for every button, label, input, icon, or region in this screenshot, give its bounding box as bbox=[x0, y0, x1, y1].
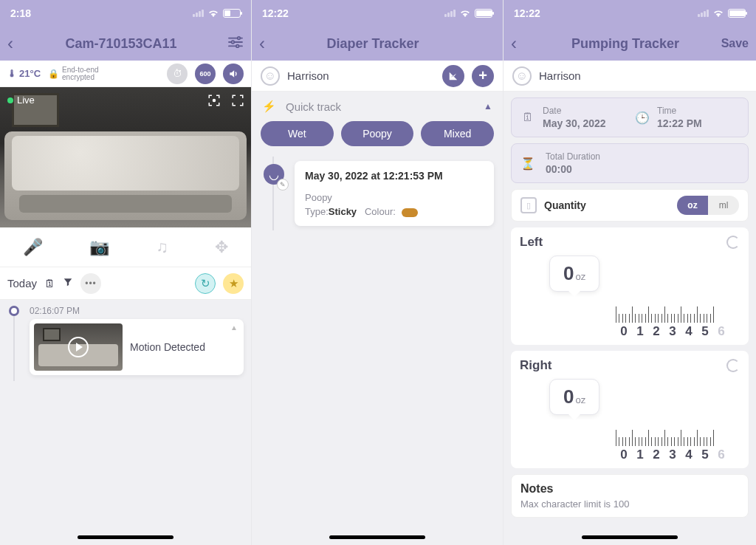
alert-icon[interactable]: ⏱ bbox=[167, 64, 188, 84]
svg-point-4 bbox=[232, 41, 235, 44]
child-name: Harrison bbox=[539, 69, 581, 82]
ruler-numbers: 0123456 bbox=[616, 448, 740, 462]
status-bar: 12:22 bbox=[252, 0, 503, 27]
bolt-icon: ⚡ bbox=[262, 100, 277, 113]
signal-icon bbox=[193, 10, 204, 17]
status-time: 12:22 bbox=[514, 7, 540, 19]
reset-right-button[interactable] bbox=[726, 359, 740, 372]
today-label: Today bbox=[7, 277, 37, 289]
event-label: Motion Detected bbox=[130, 341, 239, 353]
battery-icon bbox=[475, 9, 492, 18]
refresh-badge[interactable]: ↻ bbox=[195, 273, 216, 294]
signal-icon bbox=[444, 10, 456, 17]
speaker-button[interactable] bbox=[223, 64, 244, 84]
quantity-card: ▯ Quantity oz ml bbox=[511, 189, 749, 222]
stats-button[interactable] bbox=[442, 65, 464, 87]
home-indicator[interactable] bbox=[582, 535, 678, 539]
event-card[interactable]: Motion Detected ▲ bbox=[30, 319, 244, 375]
nav-bar: ‹ Diaper Tracker bbox=[252, 27, 503, 61]
filter-button[interactable] bbox=[63, 277, 73, 289]
status-time: 12:22 bbox=[262, 7, 289, 19]
back-button[interactable]: ‹ bbox=[7, 33, 28, 54]
signal-icon bbox=[698, 10, 709, 17]
save-button[interactable]: Save bbox=[719, 37, 749, 50]
calendar-icon: 🗓 bbox=[520, 111, 535, 124]
more-button[interactable]: ••• bbox=[80, 273, 101, 294]
option-poopy[interactable]: Poopy bbox=[341, 121, 414, 146]
diaper-entry-card[interactable]: May 30, 2022 at 12:21:53 PM Poopy Type:S… bbox=[295, 161, 494, 226]
quick-track-header[interactable]: ⚡ Quick track ▲ bbox=[252, 92, 503, 121]
unit-ml[interactable]: ml bbox=[708, 196, 739, 215]
battery-icon bbox=[223, 9, 241, 18]
svg-point-6 bbox=[213, 100, 216, 102]
left-value-bubble: 0oz bbox=[549, 256, 599, 292]
snapshot-button[interactable]: 📷 bbox=[89, 238, 109, 257]
entry-timestamp: May 30, 2022 at 12:21:53 PM bbox=[305, 170, 484, 182]
back-button[interactable]: ‹ bbox=[511, 33, 532, 54]
duration-card[interactable]: ⏳ Total Duration 00:00 bbox=[511, 143, 749, 183]
status-bar: 12:22 bbox=[504, 0, 756, 27]
ruler-numbers: 0123456 bbox=[616, 324, 740, 339]
live-dot-icon bbox=[7, 97, 13, 103]
notes-card[interactable]: Notes Max character limit is 100 bbox=[511, 474, 749, 518]
unit-toggle[interactable]: oz ml bbox=[677, 196, 739, 215]
thermometer-icon: 🌡 bbox=[7, 68, 17, 79]
back-button[interactable]: ‹ bbox=[259, 33, 280, 54]
chart-icon bbox=[448, 71, 458, 81]
event-timeline: 02:16:07 PM Motion Detected ▲ bbox=[0, 300, 251, 381]
status-time: 2:18 bbox=[10, 7, 31, 19]
unit-oz[interactable]: oz bbox=[677, 196, 708, 215]
wifi-icon bbox=[207, 9, 219, 18]
lullaby-button[interactable]: ♫ bbox=[156, 238, 168, 257]
event-thumbnail[interactable] bbox=[34, 323, 123, 371]
quick-track-label: Quick track bbox=[286, 100, 341, 113]
right-slider[interactable]: 0123456 bbox=[520, 424, 740, 468]
fullscreen-button[interactable] bbox=[230, 93, 245, 108]
home-indicator[interactable] bbox=[329, 535, 425, 539]
calendar-button[interactable]: 🗓 bbox=[44, 277, 55, 289]
camera-actions: 🎤 📷 ♫ ✥ bbox=[0, 227, 251, 267]
home-indicator[interactable] bbox=[78, 535, 173, 539]
child-selector[interactable]: ☺ Harrison + bbox=[252, 61, 503, 92]
play-icon bbox=[68, 337, 89, 357]
settings-button[interactable] bbox=[214, 35, 244, 52]
add-button[interactable]: + bbox=[472, 65, 494, 87]
speaker-icon bbox=[228, 69, 238, 79]
star-badge[interactable]: ★ bbox=[223, 273, 244, 294]
camera-screen: 2:18 ‹ Cam-710153CA11 🌡 21°C 🔒 End-to-en… bbox=[0, 0, 252, 545]
ruler-ticks bbox=[616, 306, 740, 323]
reset-left-button[interactable] bbox=[726, 236, 740, 249]
left-slider[interactable]: 0123456 bbox=[520, 301, 740, 345]
video-feed[interactable]: Live bbox=[0, 87, 251, 227]
child-selector[interactable]: ☺ Harrison bbox=[504, 61, 756, 92]
child-name: Harrison bbox=[287, 69, 329, 82]
wifi-icon bbox=[712, 9, 724, 18]
svg-point-3 bbox=[238, 37, 241, 40]
encryption-badge: 🔒 End-to-endencrypted bbox=[48, 66, 98, 81]
child-icon: ☺ bbox=[261, 66, 280, 86]
edit-entry-button[interactable]: ✎ bbox=[277, 179, 289, 191]
quick-track-options: Wet Poopy Mixed bbox=[252, 121, 503, 157]
collapse-icon: ▲ bbox=[484, 101, 492, 112]
svg-point-5 bbox=[236, 45, 239, 48]
lock-icon: 🔒 bbox=[48, 69, 59, 78]
option-mixed[interactable]: Mixed bbox=[421, 121, 494, 146]
pan-button[interactable]: ✥ bbox=[215, 238, 228, 257]
mic-button[interactable]: 🎤 bbox=[23, 238, 43, 257]
room-scene bbox=[0, 87, 251, 227]
page-title: Cam-710153CA11 bbox=[28, 36, 214, 52]
filter-icon bbox=[63, 277, 73, 287]
timeline-pin-icon bbox=[9, 306, 19, 316]
recording-badge[interactable]: 600 bbox=[195, 64, 216, 84]
focus-button[interactable] bbox=[207, 93, 221, 108]
bottle-icon: ▯ bbox=[520, 197, 537, 213]
datetime-card[interactable]: 🗓 Date May 30, 2022 🕒 Time 12:22 PM bbox=[511, 97, 749, 137]
colour-swatch bbox=[402, 208, 418, 217]
status-bar: 2:18 bbox=[0, 0, 251, 27]
diaper-screen: 12:22 ‹ Diaper Tracker ☺ Harrison + ⚡ Qu… bbox=[252, 0, 504, 545]
right-label: Right bbox=[520, 358, 551, 373]
temperature: 🌡 21°C bbox=[7, 68, 41, 79]
hourglass-icon: ⏳ bbox=[520, 157, 535, 171]
option-wet[interactable]: Wet bbox=[261, 121, 334, 146]
ruler-ticks bbox=[616, 430, 740, 446]
